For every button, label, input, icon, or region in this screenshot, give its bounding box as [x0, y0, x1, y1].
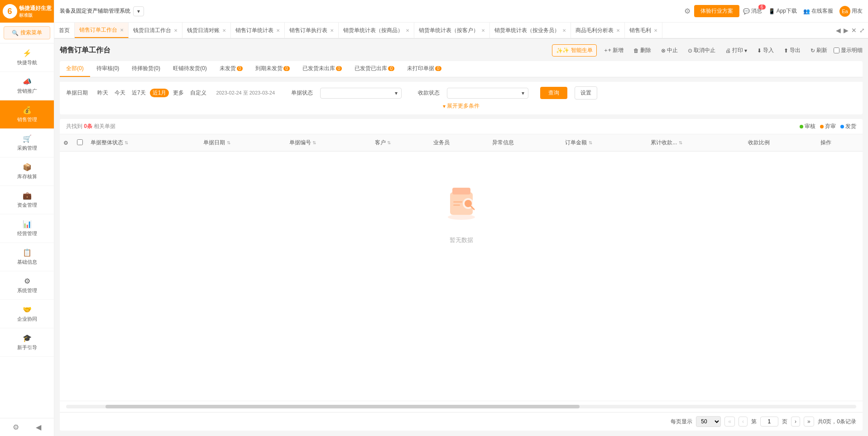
- user-menu-button[interactable]: Ea 用友: [839, 6, 863, 17]
- col-number[interactable]: 单据编号 ⇅: [286, 134, 371, 152]
- import-button[interactable]: ⬇ 导入: [753, 45, 777, 56]
- tab-cash-clear[interactable]: 钱货日清工作台✕: [129, 23, 182, 38]
- pagination-last-button[interactable]: »: [804, 417, 814, 427]
- tab-cash-reconcile[interactable]: 钱货日清对账✕: [182, 23, 231, 38]
- subtab-overdue-unshipped[interactable]: 到期未发货0: [249, 61, 296, 77]
- sidebar-item-sales[interactable]: 💰销售管理: [0, 100, 54, 129]
- import-icon: ⬇: [757, 47, 762, 54]
- smart-icon: ✨: [556, 47, 563, 54]
- subtab-unshipped[interactable]: 未发货0: [213, 61, 249, 77]
- pagination-first-button[interactable]: «: [724, 417, 735, 427]
- payment-filter-select[interactable]: ▾: [447, 88, 528, 99]
- column-settings-icon[interactable]: ⚙: [63, 140, 68, 146]
- date-filter-btn-更多[interactable]: 更多: [171, 88, 186, 98]
- export-button[interactable]: ⬆ 导出: [780, 45, 804, 56]
- query-button[interactable]: 查询: [540, 87, 567, 99]
- col-checkbox[interactable]: [73, 134, 87, 152]
- settings-filter-button[interactable]: 设置: [575, 86, 597, 100]
- industry-solution-button[interactable]: 体验行业方案: [694, 5, 739, 17]
- date-filter-btn-自定义[interactable]: 自定义: [188, 88, 209, 98]
- sidebar-item-marketing[interactable]: 📣营销推广: [0, 72, 54, 100]
- page-number-input[interactable]: [760, 417, 778, 427]
- sidebar-item-quick-nav[interactable]: ⚡快捷导航: [0, 43, 54, 72]
- message-button[interactable]: 💬 消息 6: [743, 7, 762, 15]
- sidebar-item-system[interactable]: ⚙系统管理: [0, 271, 54, 300]
- tab-close-gross-margin[interactable]: ✕: [616, 28, 620, 33]
- subtab-pending-review[interactable]: 待审核(0): [90, 61, 126, 77]
- col-settings[interactable]: ⚙: [60, 134, 73, 152]
- date-filter-btn-今天[interactable]: 今天: [112, 88, 128, 98]
- sidebar-settings-button[interactable]: ⚙: [13, 423, 19, 431]
- new-button[interactable]: ＋ + 新增: [599, 45, 627, 56]
- tab-close-sales-summary-product[interactable]: ✕: [406, 28, 409, 33]
- subtab-wangpu-ship[interactable]: 旺铺待发货(0): [167, 61, 213, 77]
- sidebar-item-purchase[interactable]: 🛒采购管理: [0, 129, 54, 157]
- tab-gross-margin[interactable]: 商品毛利分析表✕: [571, 23, 625, 38]
- topbar-settings-icon[interactable]: ⚙: [684, 7, 691, 15]
- tab-sales-stat[interactable]: 销售订单统计表✕: [231, 23, 285, 38]
- app-download-button[interactable]: 📱 App下载: [768, 7, 797, 15]
- tab-home[interactable]: 首页: [54, 23, 75, 38]
- tab-close-sales-workbench[interactable]: ✕: [120, 28, 124, 33]
- search-menu-button[interactable]: 🔍 搜索菜单: [4, 26, 50, 39]
- pagination-prev-button[interactable]: ‹: [739, 417, 748, 427]
- delete-button[interactable]: 🗑 删除: [630, 45, 655, 56]
- tab-close-sales-summary-customer[interactable]: ✕: [481, 28, 485, 33]
- subtab-all[interactable]: 全部(0): [60, 61, 90, 77]
- nav-icon-quick-nav: ⚡: [23, 49, 32, 57]
- sidebar-item-inventory[interactable]: 📦库存核算: [0, 157, 54, 186]
- per-page-select[interactable]: 501020100: [696, 416, 721, 427]
- subtab-shipped-not-out[interactable]: 已发货未出库0: [296, 61, 349, 77]
- sidebar-item-guide[interactable]: 🎓新手引导: [0, 328, 54, 357]
- ship-action-button[interactable]: 发货: [840, 123, 856, 130]
- stop-button[interactable]: ⊗ 中止: [657, 45, 681, 56]
- cancel-stop-button[interactable]: ⊙ 取消中止: [684, 45, 719, 56]
- col-status[interactable]: 单据整体状态 ⇅: [87, 134, 200, 152]
- date-filter-btn-近7天[interactable]: 近7天: [129, 88, 148, 98]
- tab-close-cash-reconcile[interactable]: ✕: [222, 28, 226, 33]
- print-button[interactable]: 🖨 打印 ▾: [722, 45, 751, 56]
- sidebar-item-operations[interactable]: 📊经营管理: [0, 214, 54, 243]
- tab-sales-workbench[interactable]: 销售订单工作台✕: [75, 23, 129, 38]
- horizontal-scrollbar[interactable]: [60, 401, 863, 412]
- col-collected[interactable]: 累计收款... ⇅: [647, 134, 744, 152]
- tab-sales-summary-staff[interactable]: 销货单统计表（按业务员）✕: [490, 23, 571, 38]
- expand-filter-button[interactable]: ▾ 展开更多条件: [443, 102, 480, 110]
- tab-close-sales-stat[interactable]: ✕: [276, 28, 280, 33]
- tab-close-sales-exec[interactable]: ✕: [330, 28, 334, 33]
- online-service-button[interactable]: 👥 在线客服: [803, 7, 833, 15]
- tab-scroll-right[interactable]: ▶: [842, 27, 850, 34]
- tab-maximize[interactable]: ⤢: [858, 27, 866, 34]
- app-switcher-dropdown[interactable]: ▾: [133, 6, 144, 16]
- review-action-button[interactable]: 审核: [800, 123, 815, 130]
- tab-sales-more[interactable]: 销售毛利✕: [625, 23, 662, 38]
- subtab-shipped-out[interactable]: 已发货已出库0: [348, 61, 401, 77]
- tab-sales-summary-product[interactable]: 销货单统计表（按商品）✕: [339, 23, 414, 38]
- col-date[interactable]: 单据日期 ⇅: [200, 134, 285, 152]
- sidebar-collapse-button[interactable]: ◀: [36, 423, 41, 431]
- show-detail-checkbox-label[interactable]: 显示明细: [834, 47, 863, 54]
- sidebar-item-finance[interactable]: 💼资金管理: [0, 186, 54, 214]
- tab-scroll-left[interactable]: ◀: [834, 27, 842, 34]
- col-amount[interactable]: 订单金额 ⇅: [561, 134, 647, 152]
- pagination-next-button[interactable]: ›: [791, 417, 800, 427]
- refresh-button[interactable]: ↻ 刷新: [807, 45, 831, 56]
- tab-sales-summary-customer[interactable]: 销货单统计表（按客户）✕: [414, 23, 490, 38]
- cancel-review-button[interactable]: 弃审: [820, 123, 836, 130]
- tab-sales-exec[interactable]: 销售订单执行表✕: [285, 23, 339, 38]
- show-detail-checkbox[interactable]: [834, 47, 839, 53]
- tab-close-sales-more[interactable]: ✕: [654, 28, 657, 33]
- date-filter-btn-近1月[interactable]: 近1月: [150, 89, 169, 97]
- date-filter-btn-昨天[interactable]: 昨天: [95, 88, 110, 98]
- status-filter-select[interactable]: ▾: [320, 88, 402, 99]
- tab-close-all[interactable]: ✕: [850, 27, 858, 34]
- tab-close-cash-clear[interactable]: ✕: [174, 28, 177, 33]
- sidebar-item-enterprise[interactable]: 🤝企业协同: [0, 300, 54, 328]
- subtab-pending-inspect[interactable]: 待择验货(0): [125, 61, 167, 77]
- subtab-not-printed[interactable]: 未打印单据0: [401, 61, 448, 77]
- col-customer[interactable]: 客户 ⇅: [371, 134, 430, 152]
- smart-generate-button[interactable]: ✨ ✨ 智能生单: [552, 44, 596, 57]
- select-all-checkbox[interactable]: [77, 139, 83, 145]
- tab-close-sales-summary-staff[interactable]: ✕: [562, 28, 566, 33]
- sidebar-item-basic-info[interactable]: 📋基础信息: [0, 243, 54, 271]
